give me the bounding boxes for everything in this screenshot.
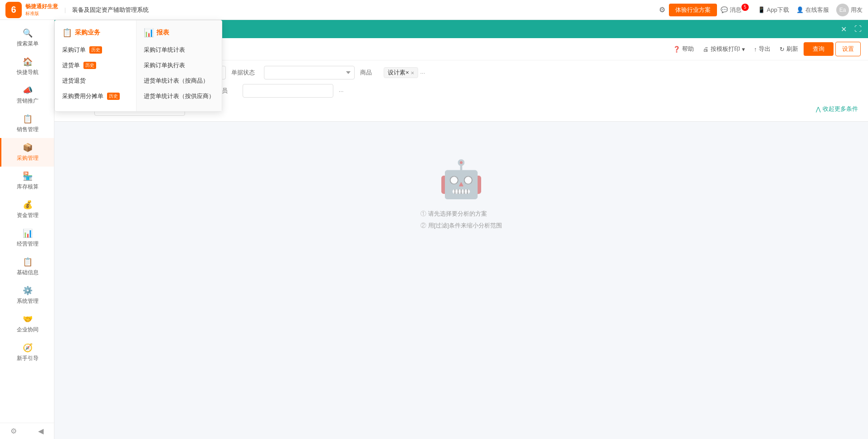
online-service-action[interactable]: 👤 在线客服 [796,6,829,14]
search-icon: 🔍 [23,28,33,38]
logo-icon: 6 [5,2,22,18]
collapse-btn[interactable]: ⋀ 收起更多条件 [813,102,861,116]
sidebar-item-enterprise[interactable]: 🤝 企业协同 [0,310,54,338]
tab-expand-btn[interactable]: ⛶ [852,23,864,35]
home-icon: 🏠 [23,57,33,67]
sidebar-item-label: 企业协同 [17,326,39,334]
sidebar-item-label: 营销推广 [17,97,39,105]
export-btn[interactable]: ↑ 导出 [751,43,775,55]
sales-icon: 📋 [23,114,33,124]
sidebar-item-operations[interactable]: 📊 经营管理 [0,224,54,252]
top-bar-actions: 💬 消息 5 📱 App下载 👤 在线客服 Ea 用友 [721,4,863,16]
tab-close-all-btn[interactable]: ✕ [837,23,850,35]
print-icon: 🖨 [703,46,709,53]
messages-action[interactable]: 💬 消息 5 [721,6,751,14]
enterprise-icon: 🤝 [23,314,33,324]
salesperson-more[interactable]: ··· [339,88,344,94]
settings-button[interactable]: 设置 [835,42,861,56]
marketing-icon: 📣 [23,85,33,95]
goods-more[interactable]: ··· [420,69,425,76]
sidebar-item-guide[interactable]: 🧭 新手引导 [0,338,54,367]
print-btn[interactable]: 🖨 按模板打印 ▾ [699,43,749,55]
sidebar-item-label: 采购管理 [17,154,39,162]
help-btn[interactable]: ❓ 帮助 [669,43,697,55]
inventory-icon: 🏪 [23,171,33,181]
purchase-business-col: 📋 采购业务 采购订单 历史 进货单 历史 进货退货 采购费用分摊单 历史 [55,20,137,111]
purchase-order-item[interactable]: 采购订单 历史 [55,42,136,58]
sidebar-item-inventory[interactable]: 🏪 库存核算 [0,167,54,195]
purchase-reports-col: 📊 报表 采购订单统计表 采购订单执行表 进货单统计表（按商品） 进货单统计表（… [137,20,222,111]
sidebar-item-label: 新手引导 [17,355,39,362]
query-button[interactable]: 查询 [804,42,834,56]
sidebar: 🔍 搜索菜单 🏠 快捷导航 📣 营销推广 📋 销售管理 📦 采购管理 🏪 库存核… [0,20,54,439]
export-icon: ↑ [754,46,757,53]
history-badge-0: 历史 [89,46,102,54]
sidebar-item-finance[interactable]: 💰 资金管理 [0,195,54,224]
sidebar-item-marketing[interactable]: 📣 营销推广 [0,81,54,109]
logo-line2: 标准版 [25,10,58,17]
print-dropdown-icon: ▾ [742,46,745,53]
sidebar-item-label: 基础信息 [17,269,39,276]
purchase-icon: 📦 [23,143,33,153]
sidebar-item-search[interactable]: 🔍 搜索菜单 [0,24,54,52]
sidebar-settings-btn[interactable]: ⚙ [10,427,17,435]
purchase-receipt-item[interactable]: 进货单 历史 [55,58,136,73]
logo-line1: 畅捷通好生意 [25,3,58,10]
purchase-section-title: 📋 采购业务 [55,28,136,42]
empty-illustration: 🤖 [439,158,484,201]
app-download-label: App下载 [767,6,789,14]
operations-icon: 📊 [23,228,33,238]
reports-section-title: 📊 报表 [137,28,222,42]
bill-status-select[interactable] [264,66,355,79]
sidebar-item-basic[interactable]: 📋 基础信息 [0,252,54,281]
online-service-label: 在线客服 [805,6,829,14]
user-label: 用友 [851,6,863,14]
top-bar-title: 装备及固定资产辅助管理系统 [72,6,655,14]
refresh-icon: ↻ [780,46,785,53]
purchase-section-icon: 📋 [62,28,72,38]
sidebar-item-quicknav[interactable]: 🏠 快捷导航 [0,52,54,81]
goods-tag: 设计素× × [384,67,418,78]
messages-label: 消息 [730,6,741,14]
sidebar-item-system[interactable]: ⚙️ 系统管理 [0,281,54,310]
history-badge-1: 历史 [83,62,96,69]
salesperson-input[interactable] [243,84,333,98]
basic-icon: 📋 [23,257,33,267]
sidebar-item-label: 经营管理 [17,240,39,248]
user-action[interactable]: Ea 用友 [836,4,863,16]
report-receipt-by-goods[interactable]: 进货单统计表（按商品） [137,73,222,89]
sidebar-item-label: 系统管理 [17,297,39,305]
report-receipt-by-supplier[interactable]: 进货单统计表（按供应商） [137,89,222,104]
help-icon: ❓ [673,46,680,53]
system-icon: ⚙️ [23,286,33,296]
sidebar-item-label: 销售管理 [17,126,39,133]
industry-button[interactable]: 体验行业方案 [669,4,717,16]
purchase-return-item[interactable]: 进货退货 [55,73,136,89]
sidebar-item-label: 搜索菜单 [17,40,39,48]
report-order-exec[interactable]: 采购订单执行表 [137,58,222,73]
finance-icon: 💰 [23,200,33,210]
refresh-btn[interactable]: ↻ 刷新 [776,43,802,55]
app-download-action[interactable]: 📱 App下载 [758,6,789,14]
tab-bar-right: ✕ ⛶ [837,23,868,35]
message-icon: 💬 [721,6,728,13]
sidebar-item-purchase[interactable]: 📦 采购管理 [0,138,54,167]
sidebar-bottom: ⚙ ◀ [0,423,54,439]
empty-state: 🤖 ① 请先选择要分析的方案 ② 用[过滤]条件来缩小分析范围 [54,122,868,268]
service-icon: 👤 [796,6,804,13]
sidebar-item-sales[interactable]: 📋 销售管理 [0,109,54,138]
phone-icon: 📱 [758,6,765,13]
goods-tag-close[interactable]: × [411,69,414,76]
bill-status-label: 单据状态 [231,69,258,77]
collapse-icon: ⋀ [816,106,821,113]
sidebar-collapse-btn[interactable]: ◀ [38,427,44,435]
sidebar-item-label: 库存核算 [17,183,39,191]
sidebar-item-label: 快捷导航 [17,69,39,76]
report-order-stats[interactable]: 采购订单统计表 [137,42,222,58]
sidebar-item-label: 资金管理 [17,212,39,219]
history-badge-3: 历史 [107,93,120,100]
goods-label: 商品 [360,69,378,77]
purchase-expense-item[interactable]: 采购费用分摊单 历史 [55,89,136,104]
topbar-settings-icon[interactable]: ⚙ [659,5,665,14]
messages-badge: 5 [741,4,749,11]
